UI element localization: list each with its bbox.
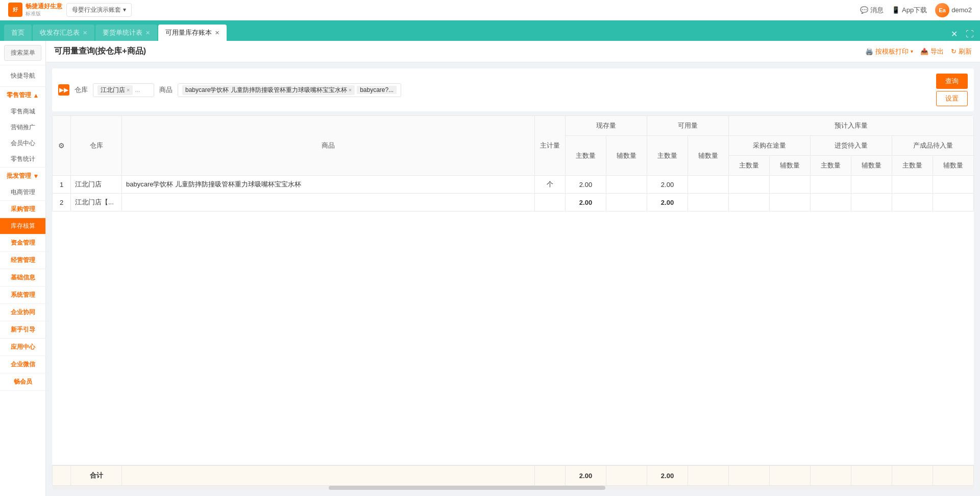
sidebar-section-ops-title[interactable]: 经营管理 bbox=[0, 252, 45, 269]
wechat-label: 企业微信 bbox=[11, 360, 35, 369]
sidebar-section-ops: 经营管理 bbox=[0, 252, 45, 269]
logo-icon: 好 bbox=[8, 3, 22, 17]
warehouse-filter-label: 仓库 bbox=[75, 85, 88, 95]
row-1-product: babycare学饮杯 儿童防摔防撞吸管杯重力球吸嘴杯宝宝水杯 bbox=[122, 176, 535, 194]
tab-home-label: 首页 bbox=[11, 28, 24, 37]
wholesale-label: 批发管理 bbox=[7, 172, 31, 180]
row-1-warehouse: 江北门店 bbox=[71, 176, 122, 194]
scroll-indicator[interactable] bbox=[52, 486, 974, 490]
enterprise-label: 企业协同 bbox=[11, 308, 35, 317]
tab-available-stock[interactable]: 可用量库存账本 ✕ bbox=[158, 25, 227, 41]
th-incoming-aux: 辅数量 bbox=[851, 156, 892, 176]
product-tag-2: babycare?... bbox=[357, 86, 397, 94]
sidebar-section-wholesale-title[interactable]: 批发管理 ▼ bbox=[0, 168, 45, 184]
top-bar-left: 好 畅捷通好生意 标准版 母婴行业演示账套 ▾ bbox=[8, 3, 132, 17]
tab-income-expense[interactable]: 收发存汇总表 ✕ bbox=[33, 25, 94, 41]
sidebar-section-guide-title[interactable]: 新手引导 bbox=[0, 321, 45, 338]
retail-label: 零售管理 bbox=[7, 91, 31, 100]
user-name: demo2 bbox=[951, 6, 972, 14]
print-icon: 🖨️ bbox=[865, 48, 873, 55]
warehouse-tag-remove[interactable]: × bbox=[127, 87, 130, 93]
tab-home[interactable]: 首页 bbox=[4, 25, 32, 41]
sidebar-item-member-center[interactable]: 会员中心 bbox=[0, 135, 45, 151]
logo-text-area: 畅捷通好生意 标准版 bbox=[26, 3, 62, 17]
table-wrapper[interactable]: ⚙ 仓库 商品 主计量 现存量 可用量 预计入库量 主数量 bbox=[52, 115, 974, 465]
warehouse-filter-input[interactable]: 江北门店 × ... bbox=[93, 83, 154, 97]
maximize-btn[interactable]: ⛶ bbox=[964, 28, 976, 41]
retail-expand-icon: ▲ bbox=[33, 92, 39, 99]
row-1-unit: 个 bbox=[535, 176, 566, 194]
scroll-thumb bbox=[329, 486, 605, 490]
table-row: 1 江北门店 babycare学饮杯 儿童防摔防撞吸管杯重力球吸嘴杯宝宝水杯 个… bbox=[53, 176, 974, 194]
sidebar-section-retail: 零售管理 ▲ 零售商城 营销推广 会员中心 零售统计 bbox=[0, 87, 45, 168]
th-production-aux: 辅数量 bbox=[933, 156, 974, 176]
row-2-unit bbox=[535, 194, 566, 211]
sidebar-section-purchase: 采购管理 bbox=[0, 201, 45, 218]
row-1-production-main bbox=[892, 176, 933, 194]
sidebar-section-basic: 基础信息 bbox=[0, 269, 45, 287]
tab-order-stats-close[interactable]: ✕ bbox=[145, 30, 150, 36]
query-btn[interactable]: 查询 bbox=[936, 74, 968, 89]
sidebar-section-retail-title[interactable]: 零售管理 ▲ bbox=[0, 87, 45, 104]
total-stock-main: 2.00 bbox=[566, 465, 606, 486]
product-tag-1-remove[interactable]: × bbox=[349, 87, 352, 93]
sidebar-section-finance: 资金管理 bbox=[0, 234, 45, 252]
warehouse-more[interactable]: ... bbox=[135, 86, 140, 93]
refresh-btn[interactable]: ↻ 刷新 bbox=[951, 47, 972, 56]
sidebar-section-enterprise-title[interactable]: 企业协同 bbox=[0, 304, 45, 321]
row-2-purchase-main bbox=[729, 194, 770, 211]
sidebar-section-appcenter-title[interactable]: 应用中心 bbox=[0, 339, 45, 356]
sidebar-section-basic-title[interactable]: 基础信息 bbox=[0, 269, 45, 286]
filter-area: ▶▶ 仓库 江北门店 × ... 商品 babycare学饮杯 儿童防摔防撞吸管… bbox=[52, 68, 974, 111]
product-tag-2-value: babycare?... bbox=[360, 86, 394, 93]
close-all-tabs-btn[interactable]: ✕ bbox=[949, 27, 960, 41]
product-filter-label: 商品 bbox=[159, 85, 173, 95]
sidebar-item-stock-mgmt[interactable]: 库存核算 bbox=[0, 218, 45, 234]
basic-label: 基础信息 bbox=[11, 273, 35, 282]
warehouse-tag-value: 江北门店 bbox=[101, 86, 125, 95]
row-2-avail-main: 2.00 bbox=[647, 194, 688, 211]
row-2-production-aux bbox=[933, 194, 974, 211]
app-download-btn[interactable]: 📱 App下载 bbox=[892, 6, 927, 15]
product-filter-input[interactable]: babycare学饮杯 儿童防摔防撞吸管杯重力球吸嘴杯宝宝水杯 × babyca… bbox=[178, 83, 401, 97]
export-label: 导出 bbox=[930, 47, 944, 56]
sidebar-section-purchase-title[interactable]: 采购管理 bbox=[0, 201, 45, 218]
industry-selector[interactable]: 母婴行业演示账套 ▾ bbox=[66, 3, 132, 17]
header-actions: 🖨️ 按模板打印 ▾ 📤 导出 ↻ 刷新 bbox=[865, 47, 972, 56]
sidebar-item-ecommerce[interactable]: 电商管理 bbox=[0, 184, 45, 200]
sidebar-item-retail-mall[interactable]: 零售商城 bbox=[0, 104, 45, 120]
filter-toggle-btn[interactable]: ▶▶ bbox=[58, 84, 69, 96]
th-stock-main: 主数量 bbox=[566, 136, 606, 176]
row-1-stock-aux bbox=[606, 176, 647, 194]
product-tag-1: babycare学饮杯 儿童防摔防撞吸管杯重力球吸嘴杯宝宝水杯 × bbox=[182, 85, 355, 95]
row-2-warehouse: 江北门店【... bbox=[71, 194, 122, 211]
sidebar-section-member-title[interactable]: 畅会员 bbox=[0, 373, 45, 390]
row-1-avail-main: 2.00 bbox=[647, 176, 688, 194]
tab-income-expense-close[interactable]: ✕ bbox=[83, 30, 87, 36]
sidebar-section-finance-title[interactable]: 资金管理 bbox=[0, 234, 45, 251]
sidebar-section-system-title[interactable]: 系统管理 bbox=[0, 287, 45, 303]
member-label: 畅会员 bbox=[14, 377, 32, 386]
user-area[interactable]: Ea demo2 bbox=[935, 3, 972, 17]
sidebar-item-retail-stats[interactable]: 零售统计 bbox=[0, 151, 45, 167]
th-purchase-transit-group: 采购在途量 bbox=[729, 136, 811, 156]
print-btn[interactable]: 🖨️ 按模板打印 ▾ bbox=[865, 47, 913, 56]
settings-btn[interactable]: 设置 bbox=[936, 91, 968, 106]
row-1-stock-main: 2.00 bbox=[566, 176, 606, 194]
sidebar-section-wechat-title[interactable]: 企业微信 bbox=[0, 356, 45, 373]
row-1-purchase-aux bbox=[770, 176, 811, 194]
row-2-production-main bbox=[892, 194, 933, 211]
print-dropdown-icon: ▾ bbox=[911, 49, 913, 54]
wholesale-expand-icon: ▼ bbox=[33, 173, 39, 180]
th-forecast-group: 预计入库量 bbox=[729, 116, 974, 136]
th-incoming-main: 主数量 bbox=[811, 156, 851, 176]
export-btn[interactable]: 📤 导出 bbox=[920, 47, 944, 56]
tab-available-stock-close[interactable]: ✕ bbox=[215, 30, 219, 36]
sidebar-item-quick-nav[interactable]: 快捷导航 bbox=[0, 67, 45, 84]
sidebar-item-marketing[interactable]: 营销推广 bbox=[0, 120, 45, 135]
search-menu-btn[interactable]: 搜索菜单 bbox=[4, 45, 41, 61]
message-btn[interactable]: 💬 消息 bbox=[860, 6, 884, 15]
export-icon: 📤 bbox=[920, 48, 928, 55]
th-gear[interactable]: ⚙ bbox=[53, 116, 71, 176]
tab-order-stats[interactable]: 要货单统计表 ✕ bbox=[95, 25, 157, 41]
